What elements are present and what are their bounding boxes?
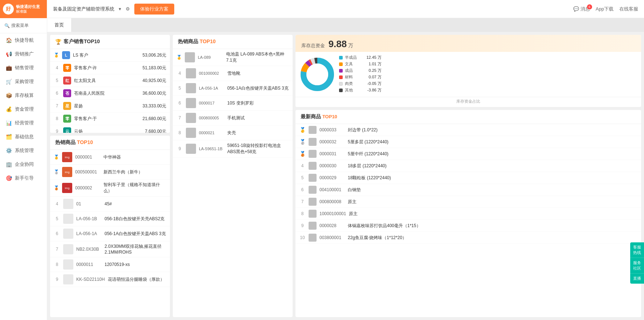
product-icon [309,198,317,206]
float-service-panel: 客服 热线 服务 社区 直播 [630,242,644,284]
tab-home[interactable]: 首页 [47,18,71,32]
guide-label: 新手引导 [15,175,34,181]
rank-num: 7 [54,103,60,108]
sidebar-item-system[interactable]: ⚙️ 系统管理 [0,144,47,157]
base-label: 基础信息 [15,134,34,140]
list-item: 7 000800008 原主 [295,196,641,208]
product-name: 雪地靴 [227,70,289,77]
product-name: 原主 [348,199,637,205]
product-code: 0000033 [319,127,345,132]
list-item: 5 LA-056-1B 056-1B白色按键开关壳ABS2克 [50,212,170,226]
legend-value: -0.05 万 [362,81,382,86]
customer-amount: 53,006.26元 [143,52,166,58]
product-code: LA-056-1A [76,231,102,236]
rank-num: 9 [54,277,60,282]
customer-tag: 零 [63,115,71,123]
list-item: 🥈 0000032 5厘多层 (1220*2440) [295,136,641,148]
try-btn[interactable]: 体验行业方案 [134,4,174,15]
quick-nav-icon: 🏠 [5,37,12,43]
legend-value: 12.45 万 [362,55,382,60]
product-thumb [186,113,196,123]
list-item: 6 苍 苍南县人民医院 36,600.00元 [50,87,170,100]
list-item: 🥇 0000033 封边带 (1.0*22) [295,124,641,136]
legend-dot [339,69,343,73]
legend-dot [339,56,343,60]
float-label: 服务 [633,260,641,266]
float-label: 社区 [633,266,641,271]
customer-amount: 51,183.00元 [143,65,166,71]
customer-amount: 7,680.00元 [145,128,166,133]
product-icon [309,174,317,182]
product-name: 10S 变刹罗彩 [227,100,289,106]
operation-icon: 📊 [5,120,12,126]
online-service-link[interactable]: 在线客服 [619,6,638,12]
guide-icon: 🎯 [5,175,12,181]
title-dropdown[interactable]: ▾ [119,6,121,12]
legend-dot [339,75,343,79]
rank-num: 9 [176,146,183,151]
product-thumb [186,144,196,154]
customer-tag: 零 [63,64,71,72]
list-item: 🥈 img 000500001 新西兰牛肉（新牛） [50,165,170,180]
rank-num: 6 [176,100,183,106]
sidebar-item-operation[interactable]: 📊 经营管理 [0,116,47,130]
newest-products-card: 最新商品 TOP10 🥇 0000033 封边带 (1.0*22) 🥈 0000… [295,110,641,317]
product-icon [309,138,317,146]
live-stream-btn[interactable]: 直播 [630,274,644,284]
customer-amount: 40,925.00元 [143,78,166,84]
rank-num: 8 [299,211,306,216]
product-code: 10000100001 [319,211,346,216]
topbar-right: 💬 6 消息 App下载 在线客服 [573,6,638,12]
customer-amount: 21,680.00元 [143,116,166,122]
notification-badge[interactable]: 💬 6 消息 [573,6,590,12]
product-icon [309,126,317,134]
service-community-btn[interactable]: 服务 社区 [630,258,644,274]
sidebar-item-sales[interactable]: 💼 销售管理 [0,61,47,75]
rank-num: 8 [176,130,183,135]
sidebar-item-guide[interactable]: 🎯 新手引导 [0,171,47,185]
app-download-link[interactable]: App下载 [596,6,614,12]
settings-icon[interactable]: ⚙ [126,6,130,12]
product-code: LA-056-1B [76,216,102,221]
sidebar-item-purchase[interactable]: 🛒 采购管理 [0,75,47,89]
list-item: 8 10000100001 原主 [295,208,641,220]
sidebar-item-quick-nav[interactable]: 🏠 快捷导航 [0,33,47,47]
product-thumb [63,259,73,270]
enterprise-icon: 🏢 [5,161,12,167]
sidebar-item-base[interactable]: 🗂️ 基础信息 [0,130,47,144]
list-item: 4 0000030 18多层 (1220*2440) [295,160,641,172]
product-code: 001000002 [199,71,224,75]
enterprise-label: 企业协同 [15,161,34,168]
list-item: 🥇 img 0000001 中华神器 [50,150,170,165]
product-name: 2.0X30MM双排花轴,摧花直径2.1MM/ROHS [105,243,166,255]
sidebar-item-inventory[interactable]: 📦 库存核算 [0,89,47,102]
newest-products-list: 🥇 0000033 封边带 (1.0*22) 🥈 0000032 5厘多层 (1… [295,124,641,244]
trophy-icon: 🏆 [55,39,61,45]
customer-service-btn[interactable]: 客服 热线 [630,242,644,258]
quick-nav-label: 快捷导航 [15,37,34,44]
rank-num: 4 [299,163,306,168]
product-thumb [186,98,196,108]
rank-num: 8 [54,262,60,267]
product-name: 夹壳 [227,130,289,136]
sidebar-item-finance[interactable]: 💰 资金管理 [0,102,47,116]
search-menu-button[interactable]: 🔍 搜索菜单 [3,21,44,30]
product-thumb: img [62,167,72,177]
legend-name: 成品 [345,68,359,73]
hot-products-middle-header: 热销商品 TOP10 [173,35,293,49]
product-thumb [63,214,73,224]
product-code: LA-59651-1B [199,147,224,151]
chevron-down-icon: ▾ [119,6,121,12]
product-code: 003800001 [319,235,345,240]
list-item: 7 000800005 手机测试 [173,111,293,126]
sidebar-item-enterprise[interactable]: 🏢 企业协同 [0,157,47,171]
inventory-label: 库存核算 [15,92,34,99]
inventory-unit: 万 [348,42,353,48]
sidebar-item-marketing[interactable]: 📢 营销推广 [0,47,47,61]
newest-products-title: 最新商品 TOP10 [301,114,337,120]
rank-num: 4 [176,71,183,76]
topbar: 装备及固定资产辅助管理系统 ▾ ⚙ 体验行业方案 💬 6 消息 App下载 在线… [47,0,644,18]
rank-num: 7 [176,115,183,120]
product-code: 0000002 [75,185,101,190]
rank-num: 9 [54,129,60,133]
